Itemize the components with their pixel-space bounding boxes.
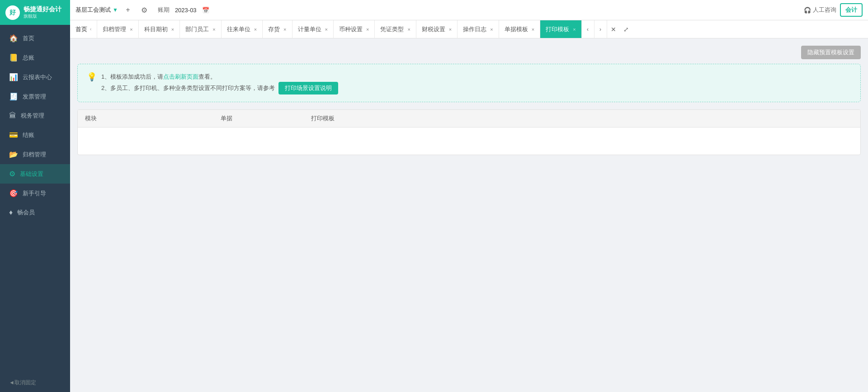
- tab-close-single-template[interactable]: ×: [532, 27, 534, 32]
- sidebar-item-guide[interactable]: 🎯 新手引导: [0, 184, 70, 203]
- sidebar-item-home[interactable]: 🏠 首页: [0, 28, 70, 48]
- sidebar-label-reports: 云报表中心: [23, 73, 52, 81]
- info-line2-prefix: 2、多员工、多打印机、多种业务类型设置不同打印方案等，请参考: [101, 85, 275, 91]
- accounting-button[interactable]: 会计: [840, 3, 863, 17]
- invoice-icon: 🧾: [9, 92, 18, 101]
- tab-label-counterpart: 往来单位: [227, 25, 250, 33]
- topbar-right: 🎧 人工咨询 会计: [804, 3, 863, 17]
- tab-print-template[interactable]: 打印模板 ×: [540, 20, 581, 38]
- main-area: 基层工会测试 ▼ + ⚙ 账期 2023-03 📅 🎧 人工咨询 会计 首页 ‹…: [70, 0, 868, 392]
- print-scene-button[interactable]: 打印场景设置说明: [278, 82, 338, 94]
- expand-icon: ⤢: [623, 26, 629, 33]
- tab-subject[interactable]: 科目期初 ×: [139, 20, 180, 38]
- unpin-label: ◄取消固定: [9, 379, 36, 387]
- tab-close-voucher-type[interactable]: ×: [407, 27, 410, 32]
- sidebar-label-ledger: 总账: [23, 54, 34, 62]
- home-icon: 🏠: [9, 34, 18, 43]
- tab-archive[interactable]: 归档管理 ×: [97, 20, 138, 38]
- tab-close-currency[interactable]: ×: [366, 27, 369, 32]
- sidebar-item-member[interactable]: ♦ 畅会员: [0, 203, 70, 222]
- tab-voucher-type[interactable]: 凭证类型 ×: [375, 20, 416, 38]
- hide-template-section: 隐藏预置模板设置: [77, 46, 861, 59]
- tab-inventory[interactable]: 存货 ×: [263, 20, 292, 38]
- headset-icon: 🎧: [804, 7, 811, 14]
- logo-icon: 好: [5, 5, 20, 20]
- tab-counterpart[interactable]: 往来单位 ×: [222, 20, 263, 38]
- gear-icon: ⚙: [141, 6, 147, 14]
- expand-button[interactable]: ⤢: [620, 20, 632, 38]
- settings-button[interactable]: ⚙: [138, 4, 151, 16]
- col-header-print-template: 打印模板: [304, 110, 860, 127]
- tab-label-inventory: 存货: [268, 25, 280, 33]
- tab-tax-settings[interactable]: 财税设置 ×: [416, 20, 458, 38]
- tab-label-single-template: 单据模板: [505, 25, 528, 33]
- sidebar-item-archive[interactable]: 📂 归档管理: [0, 145, 70, 164]
- close-all-tabs-button[interactable]: ✕: [607, 20, 620, 38]
- ledger-icon: 📒: [9, 53, 18, 62]
- tabs-bar: 首页 ‹ 归档管理 × 科目期初 × 部门员工 × 往来单位 × 存货 × 计量…: [70, 20, 868, 38]
- tax-icon: 🏛: [9, 112, 16, 120]
- unpin-button[interactable]: ◄取消固定: [0, 373, 70, 392]
- sidebar-item-ledger[interactable]: 📒 总账: [0, 48, 70, 67]
- tab-close-tax-settings[interactable]: ×: [449, 27, 452, 32]
- sidebar-label-archive: 归档管理: [23, 151, 46, 159]
- tab-label-print-template: 打印模板: [546, 25, 569, 33]
- settle-icon: 💳: [9, 131, 18, 139]
- tab-label-operation-log: 操作日志: [463, 25, 486, 33]
- tab-label-unit: 计量单位: [298, 25, 321, 33]
- topbar: 基层工会测试 ▼ + ⚙ 账期 2023-03 📅 🎧 人工咨询 会计: [70, 0, 868, 20]
- dropdown-icon: ▼: [113, 7, 118, 13]
- tab-single-template[interactable]: 单据模板 ×: [499, 20, 540, 38]
- tab-close-archive[interactable]: ×: [130, 27, 132, 32]
- bulb-icon: 💡: [87, 72, 97, 82]
- tab-close-inventory[interactable]: ×: [283, 27, 286, 32]
- tab-close-print-template[interactable]: ×: [573, 27, 576, 32]
- info-line1-suffix: 查看。: [198, 73, 216, 80]
- customer-service-label: 人工咨询: [813, 6, 836, 14]
- info-line1-prefix: 1、模板添加成功后，请: [101, 73, 163, 80]
- sidebar-label-settle: 结账: [23, 131, 34, 139]
- table-body: [78, 128, 860, 155]
- sidebar-item-invoice[interactable]: 🧾 发票管理: [0, 87, 70, 106]
- tab-currency[interactable]: 币种设置 ×: [334, 20, 375, 38]
- app-name: 畅捷通好会计: [24, 5, 61, 13]
- customer-service-button[interactable]: 🎧 人工咨询: [804, 6, 836, 14]
- tab-label-dept: 部门员工: [185, 25, 209, 33]
- reports-icon: 📊: [9, 73, 18, 81]
- company-selector[interactable]: 基层工会测试 ▼: [75, 6, 118, 14]
- refresh-link[interactable]: 点击刷新页面: [163, 73, 198, 80]
- hide-template-button[interactable]: 隐藏预置模板设置: [801, 46, 861, 59]
- sidebar-nav: 🏠 首页 📒 总账 📊 云报表中心 🧾 发票管理 🏛 税务管理 💳 结账 📂 归…: [0, 25, 70, 373]
- info-box-header: 💡 1、模板添加成功后，请点击刷新页面查看。 2、多员工、多打印机、多种业务类型…: [87, 71, 851, 94]
- tab-close-counterpart[interactable]: ×: [254, 27, 257, 32]
- tab-close-subject[interactable]: ×: [171, 27, 174, 32]
- tab-close-operation-log[interactable]: ×: [490, 27, 493, 32]
- page-content: 隐藏预置模板设置 💡 1、模板添加成功后，请点击刷新页面查看。 2、多员工、多打…: [70, 38, 868, 392]
- add-tab-button[interactable]: +: [122, 4, 134, 16]
- sidebar-item-settle[interactable]: 💳 结账: [0, 125, 70, 145]
- tab-close-unit[interactable]: ×: [325, 27, 328, 32]
- tab-label-voucher-type: 凭证类型: [380, 25, 404, 33]
- calendar-icon[interactable]: 📅: [202, 7, 209, 14]
- tab-arrow-home: ‹: [90, 27, 91, 32]
- tab-home[interactable]: 首页 ‹: [70, 20, 97, 38]
- info-box: 💡 1、模板添加成功后，请点击刷新页面查看。 2、多员工、多打印机、多种业务类型…: [77, 64, 861, 102]
- sidebar-logo: 好 畅捷通好会计 旗舰版: [0, 0, 70, 25]
- period-label: 账期: [158, 6, 170, 14]
- sidebar-item-reports[interactable]: 📊 云报表中心: [0, 67, 70, 87]
- sidebar-label-member: 畅会员: [17, 208, 35, 217]
- tab-close-dept[interactable]: ×: [212, 27, 215, 32]
- tab-dept[interactable]: 部门员工 ×: [180, 20, 221, 38]
- print-template-table: 模块 单据 打印模板: [77, 109, 861, 155]
- chevron-right-icon: ›: [599, 26, 601, 33]
- tab-unit[interactable]: 计量单位 ×: [292, 20, 334, 38]
- member-icon: ♦: [9, 208, 13, 217]
- tab-operation-log[interactable]: 操作日志 ×: [458, 20, 499, 38]
- sidebar-label-tax: 税务管理: [21, 112, 44, 120]
- tab-label-currency: 币种设置: [339, 25, 363, 33]
- tabs-prev-button[interactable]: ‹: [582, 20, 594, 38]
- tabs-next-button[interactable]: ›: [594, 20, 607, 38]
- sidebar-item-settings[interactable]: ⚙ 基础设置: [0, 164, 70, 184]
- tab-label-home: 首页: [75, 25, 87, 33]
- sidebar-item-tax[interactable]: 🏛 税务管理: [0, 106, 70, 125]
